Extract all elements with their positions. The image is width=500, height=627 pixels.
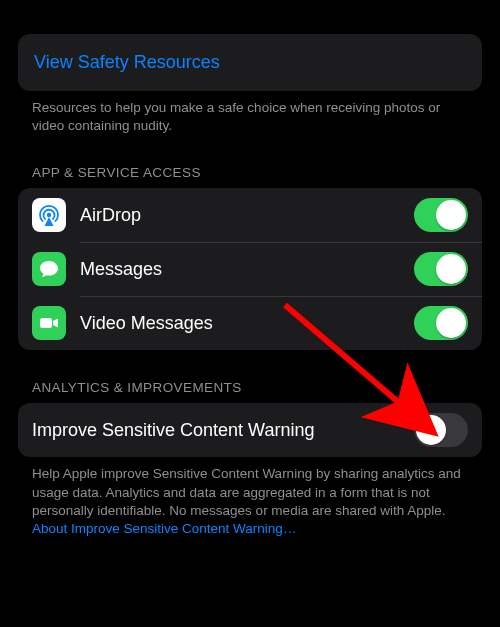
video-messages-icon: [32, 306, 66, 340]
video-messages-row: Video Messages: [18, 296, 482, 350]
video-messages-label: Video Messages: [80, 313, 414, 334]
analytics-footer-text: Help Apple improve Sensitive Content War…: [32, 466, 461, 517]
svg-point-0: [47, 213, 51, 217]
safety-resources-footer: Resources to help you make a safe choice…: [18, 91, 482, 135]
about-scw-link[interactable]: About Improve Sensitive Content Warning…: [32, 521, 296, 536]
messages-row: Messages: [18, 242, 482, 296]
messages-label: Messages: [80, 259, 414, 280]
view-safety-resources-label: View Safety Resources: [34, 52, 220, 73]
video-messages-toggle[interactable]: [414, 306, 468, 340]
analytics-footer: Help Apple improve Sensitive Content War…: [18, 457, 482, 538]
airdrop-label: AirDrop: [80, 205, 414, 226]
airdrop-icon: [32, 198, 66, 232]
safety-resources-group: View Safety Resources: [18, 34, 482, 91]
svg-rect-1: [40, 318, 52, 328]
improve-scw-toggle[interactable]: [414, 413, 468, 447]
messages-toggle[interactable]: [414, 252, 468, 286]
view-safety-resources-link[interactable]: View Safety Resources: [18, 34, 482, 91]
improve-scw-row: Improve Sensitive Content Warning: [18, 403, 482, 457]
messages-icon: [32, 252, 66, 286]
improve-scw-label: Improve Sensitive Content Warning: [32, 420, 414, 441]
app-access-group: AirDrop Messages Video Messages: [18, 188, 482, 350]
airdrop-row: AirDrop: [18, 188, 482, 242]
analytics-header: ANALYTICS & IMPROVEMENTS: [18, 380, 482, 403]
analytics-group: Improve Sensitive Content Warning: [18, 403, 482, 457]
airdrop-toggle[interactable]: [414, 198, 468, 232]
app-access-header: APP & SERVICE ACCESS: [18, 165, 482, 188]
